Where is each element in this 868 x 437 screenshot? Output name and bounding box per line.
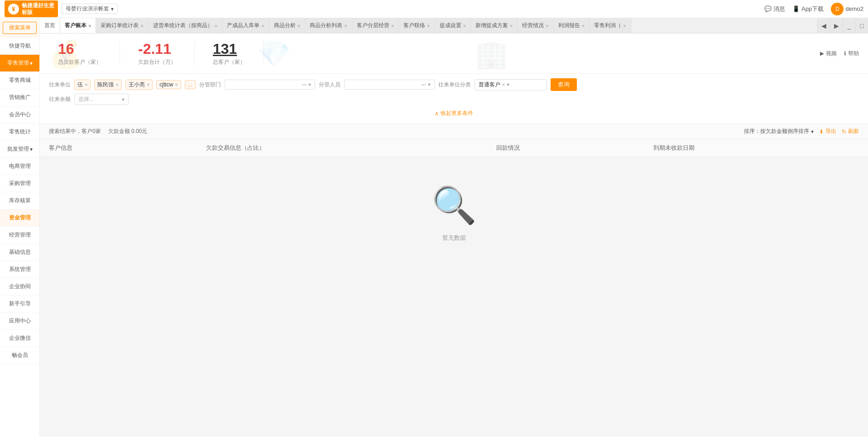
arrow-icon-person: ▾	[428, 81, 431, 88]
unit-category-select[interactable]: 普通客户 × ▾	[475, 79, 547, 90]
tab-close-7[interactable]: ×	[427, 23, 430, 28]
tab-close-1[interactable]: ×	[140, 23, 143, 28]
sidebar-item-retail-mall[interactable]: 零售商城	[0, 72, 39, 89]
query-button[interactable]: 查询	[551, 78, 577, 91]
tab-retail-profit[interactable]: 零售利润（ ×	[590, 18, 631, 33]
export-icon: ⬇	[819, 128, 824, 135]
sidebar-item-new-guide[interactable]: 新手引导	[0, 295, 39, 313]
message-btn[interactable]: 💬 消息	[764, 5, 785, 13]
tab-customer-ledger[interactable]: 客户账本 ×	[60, 18, 96, 33]
logo-text: 畅捷通好生意 标版	[22, 2, 54, 15]
tab-next-btn[interactable]: ▶	[830, 18, 843, 33]
empty-state: 🔍 暂无数据	[40, 157, 868, 269]
tab-product-analysis[interactable]: 商品分析 ×	[269, 18, 305, 33]
tab-label: 提成设置	[440, 22, 461, 29]
dept-select[interactable]: ··· ▾	[225, 80, 315, 90]
sidebar-item-vip-member[interactable]: 畅会员	[0, 347, 39, 364]
tab-close-3[interactable]: ×	[261, 23, 264, 28]
remove-tag-wu[interactable]: ×	[85, 82, 87, 87]
video-btn[interactable]: ▶ 视频	[820, 50, 837, 57]
sidebar-item-operations-mgmt[interactable]: 经营管理	[0, 227, 39, 244]
table-container: 客户信息 欠款交易信息（占比） 回款情况 到期未收款日期 🔍 暂无数据	[40, 139, 868, 269]
tab-minimize-btn[interactable]: _	[843, 18, 855, 33]
tab-close-9[interactable]: ×	[510, 23, 513, 28]
tab-customer-contact[interactable]: 客户联络 ×	[399, 18, 435, 33]
remove-category-tag[interactable]: ×	[502, 82, 505, 87]
filter-row-2: 往来余额 选择... ▾	[49, 94, 859, 105]
tab-close-customer-ledger[interactable]: ×	[88, 23, 91, 28]
sidebar-item-inventory[interactable]: 库存核算	[0, 192, 39, 209]
table-header: 客户信息 欠款交易信息（占比） 回款情况 到期未收款日期	[40, 139, 868, 157]
account-selector[interactable]: 母婴行业演示帐套 ▾	[62, 4, 118, 14]
sidebar-item-enterprise-wechat[interactable]: 企业微信	[0, 330, 39, 347]
tab-close-4[interactable]: ×	[297, 23, 300, 28]
results-bar: 搜索结果中，客户0家 欠款金额 0.00元 排序：按欠款金额倒序排序 ▾ ⬇ 导…	[40, 124, 868, 139]
tab-close-10[interactable]: ×	[546, 23, 548, 28]
tab-product-instock[interactable]: 产成品入库单 ×	[222, 18, 269, 33]
collapse-btn[interactable]: ∧ 收起更多条件	[435, 109, 473, 117]
tab-product-analysis-list[interactable]: 商品分析列表 ×	[305, 18, 352, 33]
tab-home[interactable]: 首页	[40, 18, 60, 33]
tab-profit-report[interactable]: 利润报告 ×	[554, 18, 590, 33]
remove-tag-wang[interactable]: ×	[147, 82, 149, 87]
user-area[interactable]: D demo2	[831, 3, 863, 15]
tab-instock-stats[interactable]: 进货单统计表（按商品） ×	[149, 18, 222, 33]
refresh-btn[interactable]: ↻ 刷新	[842, 128, 859, 135]
unit-category-label: 往来单位分类	[438, 81, 471, 89]
remove-tag-cjttcw[interactable]: ×	[175, 82, 177, 87]
tab-label: 客户联络	[403, 22, 425, 29]
tab-raise-settings[interactable]: 提成设置 ×	[435, 18, 471, 33]
export-btn[interactable]: ⬇ 导出	[819, 128, 836, 135]
help-btn[interactable]: ℹ 帮助	[844, 50, 859, 57]
sidebar-item-member-center[interactable]: 会员中心	[0, 106, 39, 124]
tab-label: 新增提成方案	[475, 22, 508, 29]
collapse-icon: ∧	[435, 110, 439, 117]
tab-close-8[interactable]: ×	[463, 23, 466, 28]
sidebar-item-system-mgmt[interactable]: 系统管理	[0, 261, 39, 278]
tab-customer-tier-ops[interactable]: 客户分层经营 ×	[352, 18, 399, 33]
sidebar-item-capital-mgmt[interactable]: 资金管理	[0, 209, 39, 227]
sidebar-item-wholesale-mgmt[interactable]: 批发管理 ▾	[0, 141, 39, 158]
tab-purchase-order-stats[interactable]: 采购订单统计表 ×	[96, 18, 148, 33]
sidebar-item-retail-stats[interactable]: 零售统计	[0, 124, 39, 141]
tab-close-11[interactable]: ×	[582, 23, 585, 28]
tab-maximize-btn[interactable]: □	[855, 18, 868, 33]
sidebar-item-retail-mgmt[interactable]: 零售管理 ▾	[0, 55, 39, 72]
tab-prev-btn[interactable]: ◀	[817, 18, 830, 33]
tab-new-raise-plan[interactable]: 新增提成方案 ×	[471, 18, 518, 33]
person-label: 分管人员	[319, 81, 340, 89]
results-actions: 排序：按欠款金额倒序排序 ▾ ⬇ 导出 ↻ 刷新	[744, 128, 859, 135]
app-download-btn[interactable]: 📱 App下载	[792, 5, 824, 13]
tab-label: 客户账本	[65, 22, 86, 29]
arrow-icon-category: ▾	[507, 81, 509, 88]
tab-close-6[interactable]: ×	[391, 23, 394, 28]
tab-close-12[interactable]: ×	[623, 23, 626, 28]
ellipsis-icon: ···	[302, 81, 307, 88]
col-overdue-date: 到期未收款日期	[644, 139, 868, 157]
total-customers2-value[interactable]: 131	[213, 41, 237, 57]
overdue-total-label: 欠款合计（万）	[138, 58, 176, 66]
tab-controls: ◀ ▶ _ □	[817, 18, 868, 33]
stat-overdue-total: -2.11 欠款合计（万）	[120, 41, 195, 66]
sidebar-item-enterprise-coop[interactable]: 企业协同	[0, 278, 39, 295]
tab-close-5[interactable]: ×	[344, 23, 347, 28]
person-select[interactable]: ··· ▾	[344, 80, 435, 90]
sidebar-item-quick-nav[interactable]: 快捷导航	[0, 38, 39, 55]
sidebar-item-purchase[interactable]: 采购管理	[0, 175, 39, 192]
message-icon: 💬	[764, 5, 772, 12]
unit-label: 往来单位	[49, 81, 71, 89]
stat-total-customers2: 131 总客户（家）	[195, 41, 264, 66]
search-menu-button[interactable]: 搜索菜单	[3, 22, 37, 34]
tab-label: 商品分析	[274, 22, 296, 29]
user-name: demo2	[845, 5, 863, 12]
sidebar-item-marketing[interactable]: 营销推广	[0, 89, 39, 106]
sort-select[interactable]: 排序：按欠款金额倒序排序 ▾	[744, 128, 814, 135]
filter-more-btn[interactable]: ...	[185, 80, 196, 89]
sidebar-item-app-center[interactable]: 应用中心	[0, 313, 39, 330]
tab-ops-status[interactable]: 经营情况 ×	[518, 18, 553, 33]
remove-tag-chen[interactable]: ×	[115, 82, 118, 87]
sidebar-item-basic-info[interactable]: 基础信息	[0, 244, 39, 261]
tab-close-2[interactable]: ×	[215, 23, 217, 28]
sidebar-item-ecommerce[interactable]: 电商管理	[0, 158, 39, 175]
balance-select[interactable]: 选择... ▾	[74, 94, 129, 105]
